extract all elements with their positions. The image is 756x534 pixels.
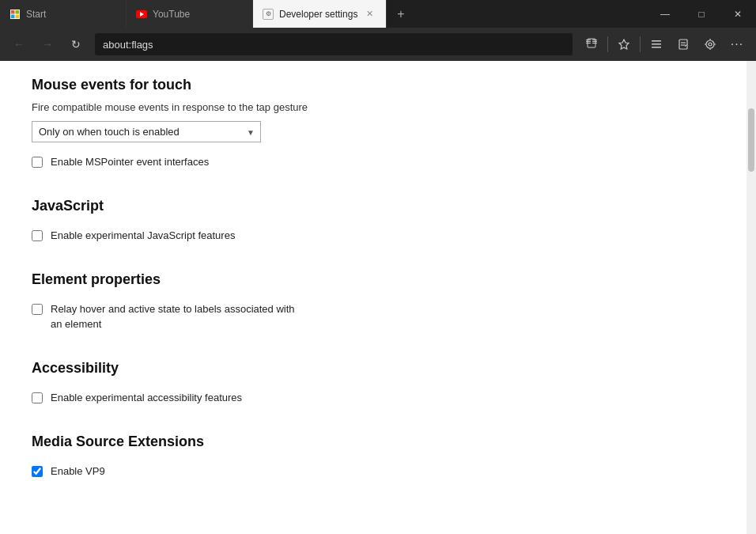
section-javascript: JavaScript Enable experimental JavaScrip… [32, 198, 715, 243]
section-accessibility: Accessibility Enable experimental access… [32, 360, 715, 405]
back-button[interactable]: ← [6, 32, 32, 57]
vp9-label[interactable]: Enable VP9 [51, 464, 105, 479]
mouse-events-description: Fire compatible mouse events in response… [32, 101, 715, 113]
experimental-js-checkbox[interactable] [32, 230, 43, 241]
experimental-js-row: Enable experimental JavaScript features [32, 229, 715, 243]
javascript-title: JavaScript [32, 198, 715, 214]
toolbar-divider-2 [640, 36, 641, 52]
experimental-js-label[interactable]: Enable experimental JavaScript features [51, 229, 235, 243]
mspointer-checkbox[interactable] [32, 157, 43, 168]
element-properties-title: Element properties [32, 271, 715, 288]
svg-rect-14 [652, 47, 661, 48]
separator-2 [32, 252, 715, 271]
mouse-events-dropdown-wrapper: Only on when touch is enabled Always on … [32, 121, 715, 142]
tab-youtube[interactable]: YouTube [127, 0, 253, 28]
vp9-row: Enable VP9 [32, 464, 715, 479]
mspointer-label[interactable]: Enable MSPointer event interfaces [51, 155, 209, 169]
mouse-events-title: Mouse events for touch [32, 77, 715, 93]
address-input[interactable] [95, 33, 573, 55]
relay-hover-checkbox[interactable] [32, 304, 43, 315]
vp9-checkbox[interactable] [32, 466, 43, 477]
window-controls: — □ ✕ [647, 0, 756, 28]
svg-rect-3 [16, 14, 20, 18]
dev-settings-icon: ⚙ [263, 9, 274, 20]
title-bar: Start YouTube ⚙ Developer settings ✕ + —… [0, 0, 756, 28]
scrollbar[interactable] [747, 61, 756, 534]
svg-rect-15 [679, 40, 687, 49]
svg-rect-7 [592, 40, 597, 40]
scroll-thumb[interactable] [748, 108, 754, 172]
experimental-a11y-label[interactable]: Enable experimental accessibility featur… [51, 391, 242, 405]
svg-rect-6 [586, 43, 591, 44]
forward-button[interactable]: → [35, 32, 60, 57]
relay-hover-row: Relay hover and active state to labels a… [32, 302, 715, 331]
close-button[interactable]: ✕ [720, 0, 756, 28]
elem-gap [32, 296, 715, 302]
media-gap [32, 458, 715, 464]
tab-developer-settings[interactable]: ⚙ Developer settings ✕ [253, 0, 387, 28]
media-source-title: Media Source Extensions [32, 434, 715, 450]
svg-rect-9 [592, 43, 597, 44]
tab-developer-settings-label: Developer settings [279, 9, 357, 20]
experimental-a11y-checkbox[interactable] [32, 392, 43, 403]
page-content: Mouse events for touch Fire compatible m… [0, 61, 747, 534]
section-mouse-events: Mouse events for touch Fire compatible m… [32, 77, 715, 169]
tab-close-button[interactable]: ✕ [363, 7, 376, 21]
more-button[interactable]: ··· [724, 32, 750, 57]
notes-button[interactable] [671, 32, 696, 57]
svg-rect-8 [592, 41, 597, 42]
separator-4 [32, 415, 715, 434]
favorites-button[interactable] [611, 32, 637, 57]
refresh-button[interactable]: ↻ [63, 32, 89, 57]
toolbar-divider-1 [607, 36, 608, 52]
experimental-a11y-row: Enable experimental accessibility featur… [32, 391, 715, 405]
svg-rect-2 [11, 14, 15, 18]
extensions-button[interactable] [697, 32, 723, 57]
hub-button[interactable] [644, 32, 669, 57]
tab-start-label: Start [26, 9, 116, 20]
section-element-properties: Element properties Relay hover and activ… [32, 271, 715, 331]
accessibility-title: Accessibility [32, 360, 715, 377]
svg-point-19 [706, 40, 714, 48]
content-wrapper: Mouse events for touch Fire compatible m… [0, 61, 756, 534]
reader-view-button[interactable] [579, 32, 604, 57]
svg-point-20 [709, 43, 712, 46]
dropdown-container: Only on when touch is enabled Always on … [32, 121, 261, 142]
tab-start[interactable]: Start [0, 0, 127, 28]
svg-rect-1 [16, 10, 20, 14]
start-icon [9, 9, 21, 20]
mouse-events-dropdown[interactable]: Only on when touch is enabled Always on … [32, 121, 261, 142]
separator-1 [32, 179, 715, 198]
svg-rect-4 [586, 40, 591, 40]
a11y-gap [32, 384, 715, 391]
separator-3 [32, 341, 715, 360]
svg-marker-11 [619, 40, 629, 49]
maximize-button[interactable]: □ [683, 0, 720, 28]
tab-youtube-label: YouTube [153, 9, 243, 20]
svg-rect-13 [652, 44, 661, 45]
mspointer-row: Enable MSPointer event interfaces [32, 155, 715, 169]
address-bar: ← → ↻ [0, 28, 756, 61]
svg-rect-0 [11, 10, 15, 14]
js-gap [32, 222, 715, 229]
minimize-button[interactable]: — [647, 0, 683, 28]
relay-hover-label[interactable]: Relay hover and active state to labels a… [51, 302, 295, 331]
svg-rect-12 [652, 40, 661, 42]
svg-rect-5 [586, 41, 591, 42]
toolbar-right: ··· [579, 32, 750, 57]
new-tab-button[interactable]: + [387, 0, 414, 28]
section-media-source: Media Source Extensions Enable VP9 [32, 434, 715, 479]
youtube-icon [136, 9, 147, 20]
